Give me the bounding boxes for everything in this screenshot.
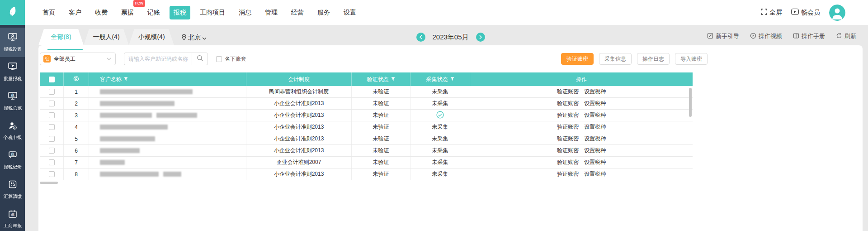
refresh-label: 刷新 (844, 32, 856, 40)
action-verify-link[interactable]: 验证账密 (557, 123, 579, 131)
action-verify-link[interactable]: 验证账密 (557, 111, 579, 119)
nav-item-business-projects[interactable]: 工商项目 (196, 6, 229, 19)
sidebar-item-final-settlement[interactable]: 汇算清缴 (0, 175, 25, 204)
nav-item-customers[interactable]: 客户 (65, 6, 85, 19)
action-tax-link[interactable]: 设置税种 (584, 135, 606, 143)
own-accounts-checkbox[interactable] (216, 56, 222, 62)
client-search (124, 53, 208, 65)
action-verify-link[interactable]: 验证账密 (557, 135, 579, 143)
action-verify-link[interactable]: 验证账密 (557, 147, 579, 154)
sidebar-item-tax-overview[interactable]: 税 报税总览 (0, 87, 25, 116)
nav-item-tax-filing[interactable]: 报税 (170, 6, 190, 19)
action-tax-link[interactable]: 设置税种 (584, 100, 606, 107)
employee-group-icon: 组 (43, 55, 51, 63)
client-search-input[interactable] (124, 53, 192, 65)
member-button[interactable]: 畅会员 (791, 9, 820, 17)
prev-month-button[interactable] (416, 33, 425, 42)
tab-general-taxpayer[interactable]: 一般人(4) (84, 29, 129, 45)
client-name-mask (100, 136, 155, 141)
horizontal-scrollbar-thumb[interactable] (40, 182, 58, 184)
filter-funnel-icon[interactable] (450, 76, 454, 82)
table-row: 4 小企业会计准则2013 未验证 未采集 验证账密 设置税种 (40, 121, 693, 133)
sidebar-item-batch-filing[interactable]: 批量报税 (0, 57, 25, 87)
action-verify-link[interactable]: 验证账密 (557, 88, 579, 96)
book-icon (793, 33, 799, 40)
row-checkbox[interactable] (49, 101, 55, 106)
chevron-down-icon (202, 34, 207, 41)
manual-link[interactable]: 操作手册 (793, 32, 825, 40)
verify-status: 未验证 (373, 88, 389, 96)
row-checkbox[interactable] (49, 124, 55, 130)
collect-status: 未采集 (432, 159, 448, 166)
accounting-system: 小企业会计准则2013 (274, 135, 324, 143)
nav-item-fees[interactable]: 收费 (91, 6, 112, 19)
client-name-mask (100, 172, 181, 177)
column-settings-gear-icon[interactable] (73, 75, 80, 83)
tabs: 全部(8) 一般人(4) 小规模(4) (38, 29, 174, 45)
action-tax-link[interactable]: 设置税种 (584, 111, 606, 119)
vertical-scrollbar-thumb[interactable] (689, 88, 692, 117)
filter-funnel-icon[interactable] (391, 76, 395, 82)
search-button[interactable] (192, 53, 208, 65)
action-verify-link[interactable]: 验证账密 (557, 170, 579, 178)
operation-log-button[interactable]: 操作日志 (637, 53, 670, 65)
filter-funnel-icon[interactable] (124, 76, 128, 82)
employee-filter-select[interactable]: 组 全部员工 (40, 53, 116, 65)
tutorial-video-label: 操作视频 (759, 32, 782, 40)
nav-item-management[interactable]: 管理 (261, 6, 282, 19)
location-pin-icon (181, 34, 187, 42)
next-month-button[interactable] (476, 33, 485, 42)
action-tax-link[interactable]: 设置税种 (584, 88, 606, 96)
sidebar-item-annual-report[interactable]: 年 工商年报 (0, 204, 25, 231)
sidebar-item-filing-records[interactable]: 税 报税记录 (0, 145, 25, 175)
table-body: 1 民间非营利组织会计制度 未验证 未采集 验证账密 设置税种 (40, 86, 693, 180)
action-tax-link[interactable]: 设置税种 (584, 170, 606, 178)
sidebar-item-label: 报税设置 (3, 46, 21, 53)
nav-item-services[interactable]: 服务 (313, 6, 334, 19)
monitor-cursor-icon (8, 62, 18, 73)
action-tax-link[interactable]: 设置税种 (584, 147, 606, 154)
tab-all[interactable]: 全部(8) (38, 29, 84, 45)
fullscreen-button[interactable]: 全屏 (761, 9, 782, 17)
row-checkbox[interactable] (49, 159, 55, 165)
fullscreen-icon (761, 9, 767, 16)
nav-item-operations[interactable]: 经营 (287, 6, 308, 19)
tab-small-scale[interactable]: 小规模(4) (129, 29, 174, 45)
operations-column-label: 操作 (576, 76, 587, 83)
verify-credentials-button[interactable]: 验证账密 (561, 53, 594, 65)
nav-item-messages[interactable]: 消息 (235, 6, 255, 19)
select-all-checkbox[interactable] (49, 77, 55, 82)
nav-item-home[interactable]: 首页 (38, 6, 59, 19)
row-checkbox[interactable] (49, 148, 55, 154)
row-checkbox[interactable] (49, 89, 55, 95)
row-checkbox[interactable] (49, 112, 55, 118)
action-verify-link[interactable]: 验证账密 (557, 100, 579, 107)
collect-status: 未采集 (432, 88, 448, 96)
verify-status: 未验证 (373, 100, 389, 107)
collect-info-button[interactable]: 采集信息 (599, 53, 632, 65)
import-credentials-button[interactable]: 导入账密 (675, 53, 708, 65)
user-avatar[interactable] (829, 5, 845, 21)
member-video-icon (791, 9, 799, 16)
header-checkbox-cell (40, 72, 64, 86)
action-verify-link[interactable]: 验证账密 (557, 159, 579, 166)
own-accounts-filter: 名下账套 (216, 55, 246, 63)
manual-label: 操作手册 (802, 32, 825, 40)
table-row: 1 民间非营利组织会计制度 未验证 未采集 验证账密 设置税种 (40, 86, 693, 98)
sidebar-item-personal-tax[interactable]: ¥ 个税申报 (0, 116, 25, 145)
action-tax-link[interactable]: 设置税种 (584, 159, 606, 166)
beginner-guide-link[interactable]: 新手引导 (707, 32, 739, 40)
accounting-system: 小企业会计准则2013 (274, 123, 324, 131)
refresh-link[interactable]: 刷新 (836, 32, 856, 40)
sidebar-item-tax-settings[interactable]: 报税设置 (0, 28, 25, 57)
monitor-tax-icon: 税 (8, 91, 18, 102)
nav-item-settings[interactable]: 设置 (340, 6, 360, 19)
nav-item-bookkeeping[interactable]: 记账 (143, 6, 164, 19)
action-tax-link[interactable]: 设置税种 (584, 123, 606, 131)
row-checkbox[interactable] (49, 136, 55, 142)
calculator-icon (8, 180, 18, 191)
row-checkbox[interactable] (49, 171, 55, 177)
tutorial-video-link[interactable]: 操作视频 (750, 32, 782, 40)
nav-item-invoices[interactable]: 票据 new (117, 6, 138, 19)
region-selector[interactable]: 北京 (181, 30, 207, 45)
